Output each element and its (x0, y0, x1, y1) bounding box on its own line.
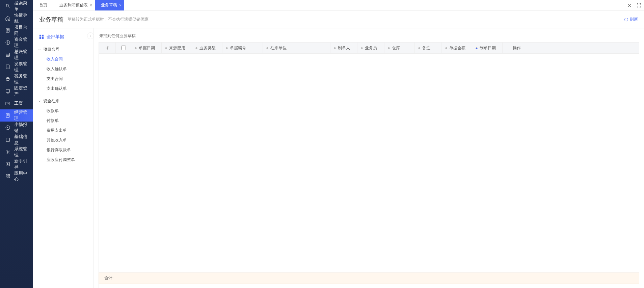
sidebar-label: 项目合同 (14, 24, 28, 36)
column-settings-button[interactable] (99, 43, 116, 53)
refresh-button[interactable]: 刷新 (624, 17, 638, 22)
col-source-app[interactable]: 来源应用 (162, 43, 192, 53)
empty-message: 未找到任何业务草稿 (99, 32, 639, 42)
sidebar-label: 快捷导航 (14, 12, 28, 24)
chevron-down-icon (38, 100, 41, 103)
sidebar-label: 总账管理 (14, 49, 28, 61)
sidebar-item-apps[interactable]: 应用中心 (0, 170, 33, 182)
apps-icon (5, 173, 11, 179)
svg-point-19 (7, 103, 8, 104)
sidebar-item-contract[interactable]: 项目合同 (0, 24, 33, 36)
sidebar-item-search[interactable]: 搜索菜单 (0, 0, 33, 12)
svg-rect-15 (6, 89, 10, 93)
invoice-icon (5, 64, 11, 70)
collapse-sidebar-button[interactable] (87, 32, 94, 39)
sidebar-item-business[interactable]: 经营管理 (0, 109, 33, 122)
col-warehouse[interactable]: 仓库 (384, 43, 415, 53)
sidebar-label: 小畅报销 (14, 122, 28, 134)
sec-item-expense-contract[interactable]: 支出合同 (33, 74, 93, 84)
close-icon[interactable]: × (119, 3, 122, 8)
page-title: 业务草稿 (39, 16, 63, 24)
svg-point-14 (6, 78, 9, 79)
select-all-checkbox[interactable] (121, 46, 126, 50)
refresh-label: 刷新 (630, 17, 638, 22)
col-biz-type[interactable]: 业务类型 (192, 43, 222, 53)
guide-icon (5, 161, 11, 167)
tax-icon (5, 76, 11, 82)
close-icon[interactable]: × (90, 3, 92, 8)
svg-rect-29 (6, 175, 7, 176)
sidebar-item-system[interactable]: 系统管理 (0, 146, 33, 158)
tab-profit-estimate[interactable]: 业务利润预估表 × (53, 0, 95, 10)
home-icon (5, 15, 11, 21)
group-project-contract[interactable]: 项目合同 (33, 45, 93, 54)
sec-item-receipt[interactable]: 收款单 (33, 106, 93, 116)
all-docs-header[interactable]: 全部单据 (33, 31, 93, 43)
sidebar-item-salary[interactable]: 工资 (0, 97, 33, 109)
sidebar-label: 系统管理 (14, 146, 28, 158)
sec-item-payment[interactable]: 付款单 (33, 116, 93, 126)
sec-item-bank-transfer[interactable]: 银行存取款单 (33, 145, 93, 155)
sidebar-label: 基础信息 (14, 134, 28, 146)
salary-icon (5, 100, 11, 106)
col-note[interactable]: 备注 (415, 43, 442, 53)
col-doc-no[interactable]: 单据编号 (222, 43, 263, 53)
tab-bar: 首页 业务利润预估表 × 业务草稿 × (33, 0, 644, 11)
sidebar-item-invoice[interactable]: 发票管理 (0, 61, 33, 73)
sidebar-item-reimburse[interactable]: 小畅报销 (0, 122, 33, 134)
tab-home[interactable]: 首页 (33, 0, 53, 10)
total-label: 合计: (99, 275, 113, 281)
table-footer-row: 合计: (99, 272, 639, 284)
svg-marker-28 (7, 163, 9, 165)
sidebar-label: 工资 (14, 100, 23, 106)
sidebar-item-asset[interactable]: 固定资产 (0, 85, 33, 97)
svg-line-1 (8, 7, 10, 8)
col-action: 操作 (503, 43, 531, 53)
search-icon (5, 3, 11, 9)
sidebar-item-ledger[interactable]: 总账管理 (0, 49, 33, 61)
sidebar-label: 税务管理 (14, 73, 28, 85)
system-icon (5, 149, 11, 155)
sec-item-ar-ap-adjust[interactable]: 应收应付调整单 (33, 155, 93, 165)
sidebar-label: 搜索菜单 (14, 0, 28, 12)
group-label: 资金往来 (43, 98, 59, 104)
col-create-date[interactable]: 制单日期 (472, 43, 503, 53)
col-doc-date[interactable]: 单据日期 (131, 43, 162, 53)
table-header-row: 单据日期 来源应用 业务类型 单据编号 往来单位 制单人 业务员 仓库 备注 单… (99, 42, 639, 54)
sidebar-label: 发票管理 (14, 61, 28, 73)
sidebar-label: 应用中心 (14, 170, 28, 182)
col-amount[interactable]: 单据金额 (442, 43, 472, 53)
page-subtitle: 草稿转为正式单据时，不会执行满赠促销优惠 (68, 17, 149, 22)
sec-item-expense[interactable]: 费用支出单 (33, 126, 93, 135)
svg-rect-32 (8, 177, 9, 178)
svg-rect-36 (42, 35, 44, 36)
sidebar-label: 固定资产 (14, 85, 28, 97)
svg-point-26 (7, 151, 8, 153)
sidebar-label: 新手引导 (14, 158, 28, 170)
fullscreen-button[interactable] (636, 2, 642, 8)
wallet-icon (5, 40, 11, 46)
col-party[interactable]: 往来单位 (263, 43, 330, 53)
ledger-icon (5, 52, 11, 58)
main-sidebar: 搜索菜单 快捷导航 项目合同 资金管理 总账管理 发票管理 税务管理 固定资产 (0, 0, 33, 288)
sidebar-label: 资金管理 (14, 36, 28, 49)
sec-item-other-income[interactable]: 其他收入单 (33, 135, 93, 145)
col-sales[interactable]: 业务员 (357, 43, 384, 53)
sidebar-item-guide[interactable]: 新手引导 (0, 158, 33, 170)
close-all-tabs-button[interactable] (626, 2, 633, 8)
sidebar-item-fund[interactable]: 资金管理 (0, 36, 33, 49)
gear-icon (105, 46, 110, 50)
horizontal-scrollbar[interactable] (99, 284, 639, 288)
sec-item-expense-confirm[interactable]: 支出确认单 (33, 84, 93, 94)
svg-rect-38 (42, 37, 44, 39)
sec-item-income-contract[interactable]: 收入合同 (33, 54, 93, 64)
sec-item-income-confirm[interactable]: 收入确认单 (33, 64, 93, 74)
col-maker[interactable]: 制单人 (330, 43, 357, 53)
sidebar-item-tax[interactable]: 税务管理 (0, 73, 33, 85)
sidebar-item-base[interactable]: 基础信息 (0, 134, 33, 146)
all-docs-label: 全部单据 (47, 34, 64, 40)
group-fund-flow[interactable]: 资金往来 (33, 96, 93, 106)
base-icon (5, 137, 11, 143)
tab-business-draft[interactable]: 业务草稿 × (95, 0, 124, 10)
sidebar-item-nav[interactable]: 快捷导航 (0, 12, 33, 24)
